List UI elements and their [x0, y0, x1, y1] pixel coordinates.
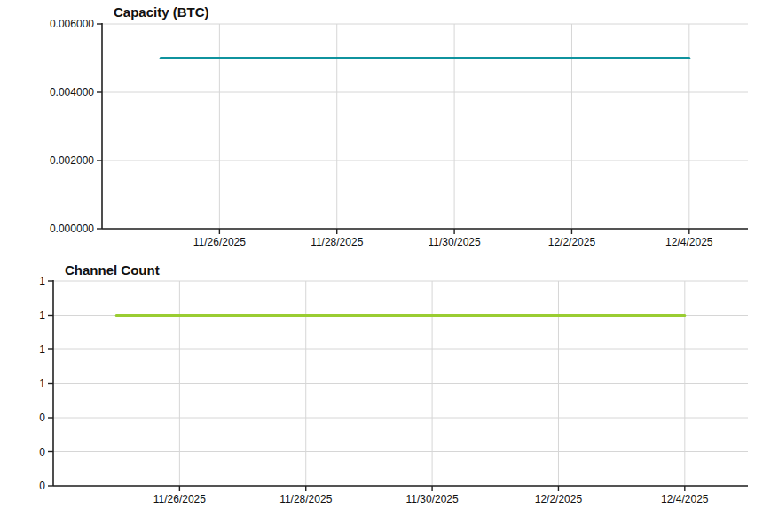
y-tick-label: 0.004000	[50, 86, 94, 98]
capacity-chart: Capacity (BTC) 0.0060000.0040000.0020000…	[0, 0, 763, 257]
x-tick-label: 12/4/2025	[665, 236, 713, 248]
y-tick-label: 0	[39, 411, 45, 424]
y-tick-label: 0.000000	[50, 223, 94, 235]
x-tick-label: 11/30/2025	[406, 493, 459, 505]
x-tick-label: 11/26/2025	[193, 236, 246, 248]
x-tick-label: 11/28/2025	[279, 493, 332, 505]
y-tick-label: 0.006000	[50, 18, 94, 30]
channel-count-chart-canvas: 111100011/26/202511/28/202511/30/202512/…	[0, 257, 763, 532]
y-tick-label: 0	[39, 446, 45, 458]
x-tick-label: 11/30/2025	[429, 236, 481, 248]
x-tick-label: 12/4/2025	[661, 493, 709, 505]
x-tick-label: 11/28/2025	[311, 236, 363, 248]
y-tick-label: 0.002000	[50, 154, 94, 167]
channel-count-chart: Channel Count 111100011/26/202511/28/202…	[0, 257, 763, 532]
x-tick-label: 12/2/2025	[548, 236, 596, 248]
y-tick-label: 1	[39, 343, 45, 356]
y-tick-label: 1	[39, 378, 45, 390]
x-tick-label: 12/2/2025	[535, 493, 583, 505]
y-tick-label: 1	[39, 275, 45, 287]
node-charts-page: Capacity (BTC) 0.0060000.0040000.0020000…	[0, 0, 763, 532]
y-tick-label: 1	[39, 309, 45, 322]
y-tick-label: 0	[39, 480, 45, 492]
x-tick-label: 11/26/2025	[153, 493, 206, 505]
capacity-chart-canvas: 0.0060000.0040000.0020000.00000011/26/20…	[0, 0, 763, 257]
